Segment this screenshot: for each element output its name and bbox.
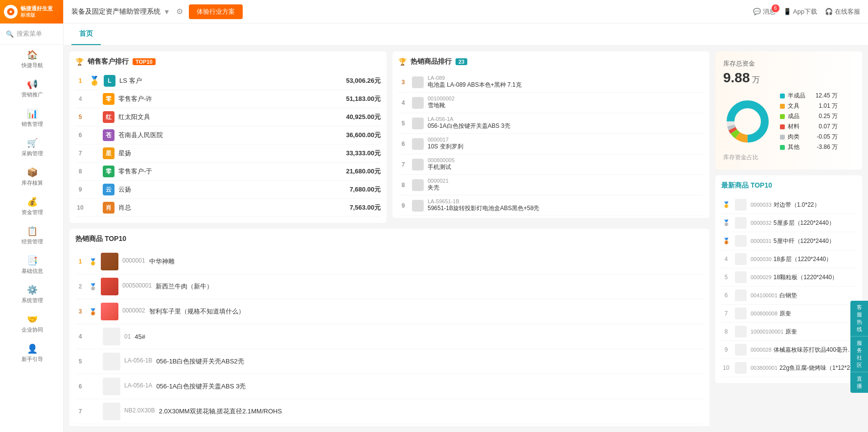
live-stream-button[interactable]: 直播 (850, 372, 868, 393)
product-name: 2.0X30MM双搓花轴,搓花直径2.1MM/ROHS (159, 407, 282, 416)
rank-number: 5 (75, 358, 85, 365)
rank-number: 3 (75, 308, 85, 315)
message-button[interactable]: 💬 消息 6 (753, 7, 776, 16)
settings-icon[interactable]: ⚙ (176, 7, 183, 16)
product-name: 手机测试 (428, 163, 704, 171)
product-thumb (412, 159, 424, 170)
hot-products-title: 热销商品 TOP10 (75, 235, 704, 243)
product-thumbnail (735, 253, 747, 265)
rank-number: 4 (75, 96, 85, 102)
list-item: 1 🥇 0000001 中华神雕 (75, 249, 704, 274)
sidebar-item-collab[interactable]: 🤝 企业协同 (0, 309, 63, 338)
sidebar-item-quicknav[interactable]: 🏠 快捷导航 (0, 45, 63, 74)
rank-number: 7 (398, 161, 408, 168)
service-community-button[interactable]: 服务社区 (850, 336, 868, 372)
customer-avatar: 零 (103, 166, 114, 177)
customer-name: 苍南县人民医院 (118, 131, 342, 140)
rank-number: 8 (721, 328, 731, 335)
sidebar-navigation: 🏠 快捷导航 📢 营销推广 📊 销售管理 🛒 采购管理 📦 库存核算 💰 资金管… (0, 45, 63, 432)
collab-icon: 🤝 (27, 314, 38, 325)
product-info: 00380000122g鱼豆腐-烧烤味（1*12*20） (751, 364, 856, 372)
sidebar-item-finance[interactable]: 💰 资金管理 (0, 192, 63, 221)
table-row: 7 000800005 手机测试 (398, 154, 704, 175)
product-thumbnail (103, 403, 120, 420)
hot-products-label: 热销商品 TOP10 (75, 235, 126, 243)
legend-dot-material (780, 124, 785, 129)
rank-number: 8 (398, 182, 408, 189)
tab-home[interactable]: 首页 (71, 24, 101, 45)
customer-avatar: 云 (103, 184, 114, 195)
legend-value: -3.86 万 (808, 143, 838, 151)
customer-avatar: 红 (103, 111, 114, 123)
app-download-button[interactable]: 📱 App下载 (783, 7, 817, 16)
message-icon: 💬 (753, 8, 761, 15)
sidebar-item-basicinfo[interactable]: 📑 基础信息 (0, 250, 63, 280)
product-info: 00000325厘多层（1220*2440） (751, 219, 856, 227)
product-thumb (412, 138, 424, 150)
product-name: 10S 变刹罗刹 (428, 143, 704, 151)
rank-number: 2 (75, 283, 85, 290)
customer-amount: 7,680.00元 (349, 185, 381, 194)
rank-number: 5 (75, 114, 85, 120)
header: 装备及固定资产辅助管理系统 ▼ ⚙ 体验行业方案 💬 消息 6 📱 App下载 … (64, 0, 868, 24)
latest-products-label: 最新商品 TOP10 (721, 181, 772, 190)
sales-icon: 📊 (27, 108, 38, 119)
sidebar-item-operations[interactable]: 📋 经营管理 (0, 221, 63, 250)
sidebar-item-guide[interactable]: 👤 新手引导 (0, 338, 63, 368)
customer-amount: 51,183.00元 (346, 95, 381, 103)
sidebar-item-label: 新手引导 (22, 356, 43, 363)
list-item: 5 000002918颗粒板（1220*2440） (721, 268, 856, 287)
trial-plan-button[interactable]: 体验行业方案 (189, 4, 243, 19)
search-menu-section[interactable]: 🔍 搜索菜单 (0, 24, 63, 45)
product-info: 0000021 夹壳 (428, 178, 704, 192)
guide-icon: 👤 (27, 343, 38, 354)
list-item: 2 🥈 000500001 新西兰牛肉（新牛） (75, 274, 704, 299)
sidebar-item-inventory[interactable]: 📦 库存核算 (0, 162, 63, 192)
product-name: 电池盖 LA-089 ABS本色+黑种 7.1克 (428, 81, 704, 89)
list-item: 6 LA-056-1A 056-1A白色按键开关盖ABS 3壳 (75, 374, 704, 399)
product-thumbnail (735, 344, 747, 356)
legend-value: -0.05 万 (808, 133, 838, 141)
rank-number: 6 (75, 383, 85, 390)
chevron-down-icon[interactable]: ▼ (163, 8, 170, 16)
search-menu-button[interactable]: 🔍 搜索菜单 (4, 27, 59, 40)
product-info: 004100001白钢垫 (751, 291, 856, 300)
sidebar-item-sales[interactable]: 📊 销售管理 (0, 103, 63, 133)
product-name: 056-1A白色按键开关盖ABS 3壳 (156, 382, 246, 391)
sidebar-item-label: 基础信息 (22, 267, 43, 275)
table-row: 7 星 星扬 33,333.00元 (75, 144, 381, 163)
legend-dot-semifinished (780, 94, 785, 98)
customer-name: 红太阳文具 (118, 113, 342, 121)
sidebar-item-system[interactable]: ⚙️ 系统管理 (0, 280, 63, 309)
online-service-button[interactable]: 🎧 在线客服 (825, 7, 860, 16)
rank-number: 10 (75, 204, 85, 211)
gold-medal-icon: 🥇 (89, 75, 100, 86)
product-thumb (412, 97, 424, 109)
product-info: LA-056-1B 056-1B白色按键开关壳ABS2壳 (124, 357, 244, 366)
product-info: 000500001 新西兰牛肉（新牛） (122, 282, 213, 291)
product-code: LA-056-1B (124, 357, 152, 366)
legend-value: 1.01 万 (808, 102, 838, 110)
rank-number: 5 (398, 120, 408, 127)
search-icon: 🔍 (6, 30, 14, 38)
list-item: 5 LA-056-1B 056-1B白色按键开关壳ABS2壳 (75, 349, 704, 374)
product-code: LA-089 (428, 75, 704, 81)
product-info: LA-59651-1B 59651-1B旋转投影灯电池盒ABS黑色+58壳 (428, 198, 704, 213)
app-name: 畅捷通好生意 (21, 5, 53, 12)
product-thumbnail (101, 278, 118, 295)
product-name: 056-1B白色按键开关壳ABS2壳 (156, 357, 244, 366)
legend-value: 0.07 万 (808, 122, 838, 131)
rank-number: 1 (75, 77, 85, 84)
product-info: 10000100001原奎 (751, 328, 856, 336)
rank-number: 4 (721, 256, 731, 263)
customer-amount: 21,680.00元 (346, 167, 381, 176)
content-area: 🏆 销售客户排行 TOP10 1 🥇 L LS 客户 53,006.26元 (64, 46, 868, 432)
customer-service-hotline-button[interactable]: 客服热线 (850, 301, 868, 336)
legend-dot-finished (780, 114, 785, 119)
sidebar-item-purchase[interactable]: 🛒 采购管理 (0, 133, 63, 162)
list-item: 8 10000100001原奎 (721, 323, 856, 341)
product-thumbnail (735, 326, 747, 337)
count-badge: 23 (456, 58, 467, 65)
sidebar-item-marketing[interactable]: 📢 营销推广 (0, 74, 63, 103)
product-info: LA-056-1A 056-1A白色按键开关盖ABS 3壳 (124, 382, 246, 391)
